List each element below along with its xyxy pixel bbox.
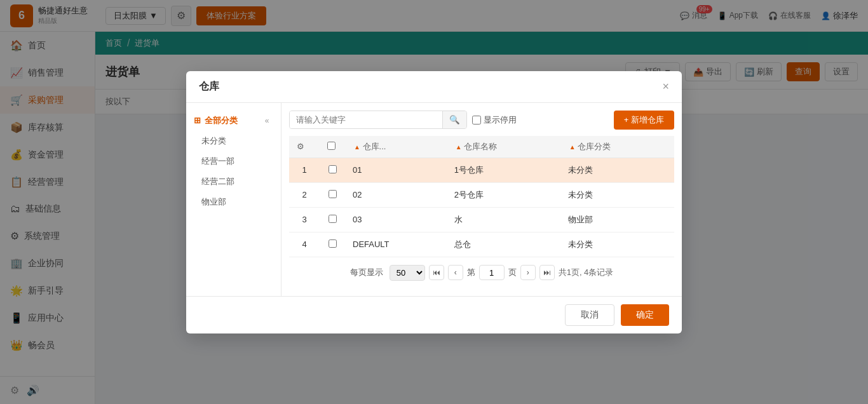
per-page-select[interactable]: 50 100 200	[390, 265, 425, 281]
row4-gear: 4	[289, 232, 320, 257]
confirm-btn[interactable]: 确定	[621, 304, 669, 326]
row2-gear: 2	[289, 182, 320, 207]
col-name-label: 仓库名称	[464, 142, 497, 151]
search-btn[interactable]: 🔍	[442, 111, 466, 128]
table-row[interactable]: 2 02 2号仓库 未分类	[289, 182, 674, 207]
show-disabled-checkbox[interactable]	[472, 116, 481, 125]
cancel-btn[interactable]: 取消	[565, 304, 614, 326]
row4-code: DEFAULT	[345, 232, 447, 257]
col-category-label: 仓库分类	[578, 142, 611, 151]
sort-up-icon3: ▲	[569, 144, 576, 151]
row3-gear: 3	[289, 207, 320, 232]
modal-overlay[interactable]: 仓库 × ⊞ 全部分类 « 未分类 经营一部 经营二部 物业部	[0, 0, 868, 404]
col-header-category: ▲ 仓库分类	[560, 136, 674, 158]
sort-up-icon: ▲	[354, 144, 360, 151]
row3-name: 水	[447, 207, 560, 232]
row3-category: 物业部	[560, 207, 674, 232]
table-toolbar: 🔍 显示停用 + 新增仓库	[289, 111, 674, 130]
category-item-property[interactable]: 物业部	[186, 192, 281, 212]
show-disabled-text: 显示停用	[484, 114, 517, 126]
category-item-ops2[interactable]: 经营二部	[186, 172, 281, 192]
page-total: 共1页, 4条记录	[559, 267, 614, 278]
warehouse-table: ⚙ ▲ 仓库... ▲ 仓库名称	[289, 136, 674, 257]
col-header-name: ▲ 仓库名称	[447, 136, 560, 158]
row1-name: 1号仓库	[447, 158, 560, 182]
add-warehouse-btn[interactable]: + 新增仓库	[614, 111, 674, 130]
page-input[interactable]	[479, 265, 505, 280]
table-head: ⚙ ▲ 仓库... ▲ 仓库名称	[289, 136, 674, 158]
page-label: 第	[467, 267, 475, 278]
select-all-checkbox[interactable]	[327, 142, 336, 150]
category-all-header[interactable]: ⊞ 全部分类 «	[186, 111, 281, 131]
pagination: 每页显示 50 100 200 ⏮ ‹ 第 页 › ⏭ 共1页, 4条记录	[289, 257, 674, 288]
row1-check	[320, 158, 345, 182]
row3-code: 03	[345, 207, 447, 232]
col-header-code: ▲ 仓库...	[345, 136, 447, 158]
collapse-btn[interactable]: «	[261, 114, 273, 127]
prev-page-btn[interactable]: ‹	[448, 265, 463, 280]
col-code-label: 仓库...	[363, 142, 386, 151]
row1-code: 01	[345, 158, 447, 182]
last-page-btn[interactable]: ⏭	[539, 265, 555, 280]
table-row[interactable]: 1 01 1号仓库 未分类	[289, 158, 674, 182]
row2-check	[320, 182, 345, 207]
warehouse-modal: 仓库 × ⊞ 全部分类 « 未分类 经营一部 经营二部 物业部	[186, 71, 682, 333]
row1-gear: 1	[289, 158, 320, 182]
modal-header: 仓库 ×	[186, 71, 682, 103]
row4-checkbox[interactable]	[329, 239, 337, 248]
row2-num: 2	[302, 190, 306, 199]
row3-checkbox[interactable]	[329, 215, 337, 223]
row4-category: 未分类	[560, 232, 674, 257]
search-input[interactable]	[290, 111, 442, 128]
row3-check	[320, 207, 345, 232]
first-page-btn[interactable]: ⏮	[429, 265, 444, 280]
row3-num: 3	[302, 215, 306, 224]
table-header-row: ⚙ ▲ 仓库... ▲ 仓库名称	[289, 136, 674, 158]
category-item-ops1[interactable]: 经营一部	[186, 151, 281, 172]
category-sidebar: ⊞ 全部分类 « 未分类 经营一部 经营二部 物业部	[186, 103, 281, 296]
next-page-btn[interactable]: ›	[520, 265, 536, 280]
modal-title: 仓库	[199, 80, 219, 93]
row1-category: 未分类	[560, 158, 674, 182]
row4-num: 4	[302, 239, 306, 249]
col-header-gear: ⚙	[289, 136, 320, 158]
category-all-label: ⊞ 全部分类	[194, 115, 238, 126]
close-btn[interactable]: ×	[662, 80, 669, 93]
show-disabled-label: 显示停用	[472, 114, 517, 126]
row2-name: 2号仓库	[447, 182, 560, 207]
category-all-text: 全部分类	[205, 115, 238, 126]
grid-icon: ⊞	[194, 116, 201, 125]
modal-footer: 取消 确定	[186, 296, 682, 333]
table-area: 🔍 显示停用 + 新增仓库 ⚙	[281, 103, 682, 296]
row1-num: 1	[302, 165, 306, 175]
row4-check	[320, 232, 345, 257]
row2-checkbox[interactable]	[329, 190, 337, 198]
table-row[interactable]: 4 DEFAULT 总仓 未分类	[289, 232, 674, 257]
col-header-check	[320, 136, 345, 158]
row1-checkbox[interactable]	[329, 165, 337, 173]
row2-category: 未分类	[560, 182, 674, 207]
page-suffix: 页	[508, 267, 517, 278]
sort-up-icon2: ▲	[456, 144, 462, 151]
row4-name: 总仓	[447, 232, 560, 257]
table-row[interactable]: 3 03 水 物业部	[289, 207, 674, 232]
row2-code: 02	[345, 182, 447, 207]
modal-body: ⊞ 全部分类 « 未分类 经营一部 经营二部 物业部 🔍	[186, 103, 682, 296]
category-item-unclassified[interactable]: 未分类	[186, 131, 281, 151]
per-page-label: 每页显示	[350, 267, 383, 278]
table-body: 1 01 1号仓库 未分类 2	[289, 158, 674, 257]
search-box: 🔍	[289, 111, 467, 129]
